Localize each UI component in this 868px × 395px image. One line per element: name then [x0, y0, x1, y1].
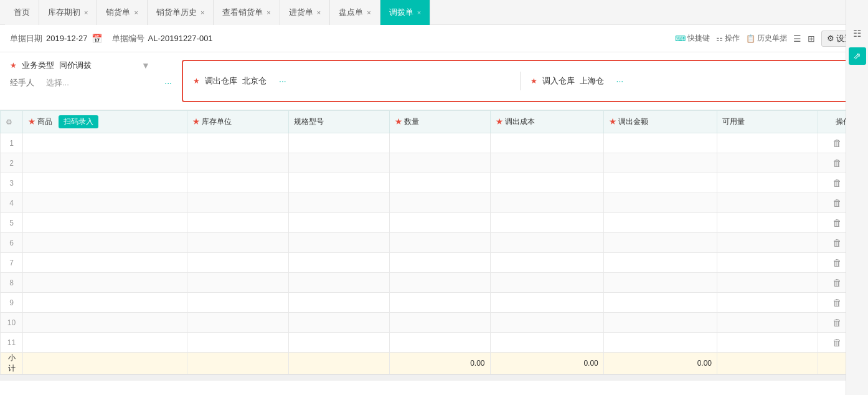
calendar-icon[interactable]: 📅	[92, 34, 102, 44]
tab-sales-history-close[interactable]: ×	[200, 9, 204, 16]
amount-cell[interactable]	[603, 173, 717, 193]
product-cell[interactable]	[23, 133, 187, 153]
tab-inventory-init-close[interactable]: ×	[84, 9, 88, 16]
delete-row-icon[interactable]: 🗑	[833, 237, 842, 248]
gear-icon[interactable]: ⚙	[6, 118, 12, 126]
sidebar-doc-icon[interactable]: ☷	[849, 25, 866, 42]
amount-cell[interactable]	[603, 313, 717, 333]
product-cell[interactable]	[23, 253, 187, 273]
scan-button[interactable]: 扫码录入	[59, 115, 98, 128]
history-btn[interactable]: 📋 历史单据	[746, 33, 787, 44]
delete-row-icon[interactable]: 🗑	[833, 158, 842, 168]
view-toggle-list[interactable]: ☰	[793, 34, 801, 44]
delete-row-icon[interactable]: 🗑	[833, 178, 842, 188]
tab-stocktake-close[interactable]: ×	[367, 9, 370, 16]
cost-cell[interactable]	[490, 293, 603, 313]
available-cell	[717, 253, 818, 273]
product-cell[interactable]	[23, 273, 187, 293]
amount-cell[interactable]	[603, 193, 717, 213]
qty-cell[interactable]	[389, 233, 490, 253]
qty-cell[interactable]	[389, 333, 490, 353]
delete-row-icon[interactable]: 🗑	[833, 138, 842, 148]
delete-row-icon[interactable]: 🗑	[833, 198, 842, 208]
view-toggle-grid[interactable]: ⊞	[808, 34, 815, 44]
product-cell[interactable]	[23, 173, 187, 193]
product-cell[interactable]	[23, 293, 187, 313]
cost-cell[interactable]	[490, 233, 603, 253]
business-type-value[interactable]: 同价调拨	[59, 60, 134, 71]
cost-cell[interactable]	[490, 253, 603, 273]
delete-row-icon[interactable]: 🗑	[833, 257, 842, 268]
qty-cell[interactable]	[389, 293, 490, 313]
tab-sales-history[interactable]: 销货单历史 ×	[148, 0, 214, 25]
product-cell[interactable]	[23, 233, 187, 253]
handler-placeholder[interactable]: 选择...	[46, 77, 69, 88]
handler-more-btn[interactable]: ···	[164, 78, 172, 88]
qty-cell[interactable]	[389, 133, 490, 153]
amount-cell[interactable]	[603, 153, 717, 173]
delete-row-icon[interactable]: 🗑	[833, 337, 842, 348]
tab-purchase-close[interactable]: ×	[317, 9, 321, 16]
cost-cell[interactable]	[490, 193, 603, 213]
shortcut-label: 快捷键	[687, 33, 710, 44]
qty-cell[interactable]	[389, 213, 490, 233]
tab-view-sales-close[interactable]: ×	[267, 9, 270, 16]
tab-sales-order-close[interactable]: ×	[134, 9, 138, 16]
qty-cell[interactable]	[389, 313, 490, 333]
table-row: 2 🗑 ⊕	[1, 153, 868, 173]
table-container: ⚙ ★ 商品 扫码录入 ★ 库存单位 规格型号	[0, 110, 868, 395]
in-warehouse-value[interactable]: 上海仓	[580, 75, 604, 87]
business-type-dropdown[interactable]: ▼	[141, 60, 150, 70]
tab-sales-order[interactable]: 销货单 ×	[97, 0, 147, 25]
date-label: 单据日期	[10, 33, 42, 44]
amount-cell[interactable]	[603, 213, 717, 233]
qty-cell[interactable]	[389, 193, 490, 213]
table-row: 8 🗑 ⊕	[1, 273, 868, 293]
qty-cell[interactable]	[389, 153, 490, 173]
cost-cell[interactable]	[490, 273, 603, 293]
product-cell[interactable]	[23, 153, 187, 173]
cost-cell[interactable]	[490, 213, 603, 233]
sidebar-expand-icon[interactable]: ⇗	[849, 47, 866, 65]
tab-purchase[interactable]: 进货单 ×	[280, 0, 330, 25]
cost-cell[interactable]	[490, 173, 603, 193]
product-cell[interactable]	[23, 313, 187, 333]
cost-cell[interactable]	[490, 333, 603, 353]
in-warehouse-more[interactable]: ···	[616, 76, 624, 86]
amount-cell[interactable]	[603, 233, 717, 253]
operation-btn[interactable]: ⚏ 操作	[716, 33, 740, 44]
tab-transfer[interactable]: 调拨单 ×	[380, 0, 430, 25]
cost-cell[interactable]	[490, 133, 603, 153]
delete-row-icon[interactable]: 🗑	[833, 217, 842, 228]
tab-home[interactable]: 首页	[5, 0, 39, 25]
product-cell[interactable]	[23, 213, 187, 233]
cost-cell[interactable]	[490, 313, 603, 333]
delete-row-icon[interactable]: 🗑	[833, 277, 842, 288]
business-type-req: ★	[10, 61, 17, 70]
product-cell[interactable]	[23, 193, 187, 213]
qty-cell[interactable]	[389, 253, 490, 273]
qty-cell[interactable]	[389, 173, 490, 193]
amount-cell[interactable]	[603, 333, 717, 353]
spec-cell	[288, 173, 389, 193]
cost-cell[interactable]	[490, 153, 603, 173]
amount-cell[interactable]	[603, 293, 717, 313]
subtotal-cell-0: 小计	[1, 353, 23, 374]
delete-row-icon[interactable]: 🗑	[833, 317, 842, 328]
tab-transfer-close[interactable]: ×	[417, 9, 421, 16]
amount-cell[interactable]	[603, 133, 717, 153]
in-warehouse-block: ★ 调入仓库 上海仓 ···	[531, 75, 847, 87]
tab-view-sales[interactable]: 查看销货单 ×	[214, 0, 280, 25]
amount-cell[interactable]	[603, 253, 717, 273]
shortcut-btn[interactable]: ⌨ 快捷键	[675, 33, 710, 44]
tab-stocktake[interactable]: 盘点单 ×	[330, 0, 380, 25]
horizontal-scrollbar[interactable]	[0, 374, 868, 381]
delete-row-icon[interactable]: 🗑	[833, 297, 842, 308]
tab-inventory-init[interactable]: 库存期初 ×	[39, 0, 97, 25]
spec-cell	[288, 213, 389, 233]
qty-cell[interactable]	[389, 273, 490, 293]
out-warehouse-more[interactable]: ···	[279, 76, 286, 86]
product-cell[interactable]	[23, 333, 187, 353]
out-warehouse-value[interactable]: 北京仓	[242, 75, 267, 87]
amount-cell[interactable]	[603, 273, 717, 293]
